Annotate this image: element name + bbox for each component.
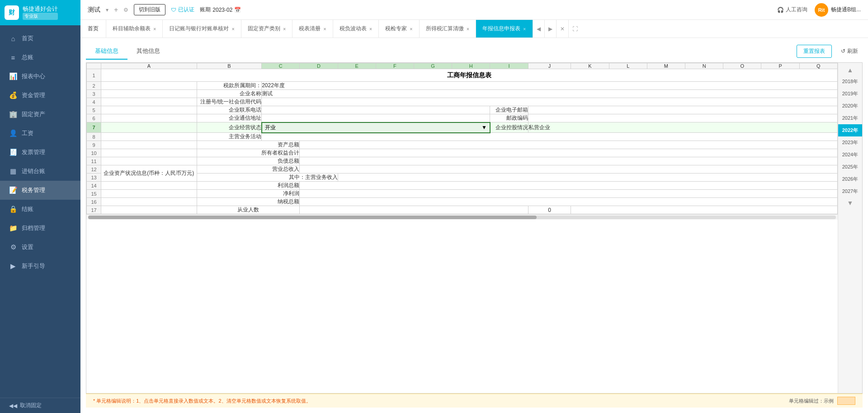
col-header-b[interactable]: B [197, 63, 262, 69]
sidebar-item-archive[interactable]: 📁 归档管理 [0, 219, 80, 238]
cell-15-a[interactable] [101, 190, 197, 198]
cell-17-d[interactable] [300, 206, 528, 214]
cell-6-c[interactable] [262, 114, 490, 122]
tab-prev-btn[interactable]: ◀ [533, 20, 545, 38]
cell-6-k[interactable] [528, 114, 837, 122]
sidebar-item-reports[interactable]: 📊 报表中心 [0, 67, 80, 86]
tab-home[interactable]: 首页 [80, 20, 106, 38]
cell-7-k[interactable]: 私营企业 [528, 122, 837, 133]
cell-13-e[interactable] [338, 174, 837, 182]
cell-7-c-dropdown[interactable]: 开业 ▼ [262, 122, 490, 133]
cell-3-a[interactable] [101, 90, 197, 98]
cell-8-c[interactable] [262, 133, 838, 141]
refresh-btn[interactable]: ↺ 刷新 [836, 45, 863, 57]
year-item-2019[interactable]: 2019年 [838, 88, 862, 100]
cell-4-c[interactable] [262, 98, 838, 106]
sub-tab-other[interactable]: 其他信息 [127, 43, 169, 60]
tab-next-btn[interactable]: ▶ [545, 20, 557, 38]
cell-2-c[interactable]: 2022年度 [262, 82, 838, 90]
col-header-d[interactable]: D [300, 63, 338, 69]
cell-12-d[interactable] [300, 165, 838, 174]
col-header-f[interactable]: F [376, 63, 414, 69]
cell-14-a[interactable] [101, 182, 197, 190]
tab-journal-bank[interactable]: 日记账与银行对账单核对 × [163, 20, 241, 38]
year-item-2025[interactable]: 2025年 [838, 161, 862, 173]
sidebar-item-settings[interactable]: ⚙ 设置 [0, 238, 80, 257]
col-header-i[interactable]: I [490, 63, 528, 69]
col-header-m[interactable]: M [647, 63, 685, 69]
tab-close-tax-fluctuation[interactable]: × [369, 26, 372, 32]
sidebar-item-close[interactable]: 🔒 结账 [0, 200, 80, 219]
year-item-2027[interactable]: 2027年 [838, 185, 862, 197]
sidebar-item-tax[interactable]: 📝 税务管理 [0, 181, 80, 200]
cell-16-d[interactable] [300, 198, 838, 206]
col-header-h[interactable]: H [452, 63, 490, 69]
user-menu[interactable]: Rit 畅捷通B组... [815, 3, 861, 17]
tab-aux-balance[interactable]: 科目辅助余额表 × [106, 20, 163, 38]
tab-annual-report[interactable]: 年报信息申报表 × [476, 20, 533, 38]
col-header-o[interactable]: O [723, 63, 761, 69]
cell-5-k[interactable] [528, 106, 837, 114]
reset-report-btn[interactable]: 重置报表 [797, 45, 832, 58]
sidebar-item-ledger[interactable]: ≡ 总账 [0, 48, 80, 67]
year-item-2021[interactable]: 2021年 [838, 112, 862, 124]
sidebar-item-invoice[interactable]: 🧾 发票管理 [0, 143, 80, 162]
sidebar-item-funds[interactable]: 💰 资金管理 [0, 86, 80, 105]
sub-tab-basic[interactable]: 基础信息 [86, 43, 127, 60]
tab-expand-btn[interactable]: ⛶ [569, 20, 581, 38]
scroll-thumb[interactable] [88, 216, 537, 219]
year-item-2018[interactable]: 2018年 [838, 75, 862, 88]
year-item-2023[interactable]: 2023年 [838, 136, 862, 149]
sidebar-item-guide[interactable]: ▶ 新手引导 [0, 257, 80, 276]
cell-3-c[interactable]: 测试 [262, 90, 838, 98]
cell-16-a[interactable] [101, 198, 197, 206]
cell-15-d[interactable] [300, 190, 838, 198]
cell-9-d[interactable] [300, 141, 838, 149]
cell-2-a[interactable] [101, 82, 197, 90]
cell-8-a[interactable] [101, 133, 197, 141]
year-nav-down-btn[interactable]: ▼ [838, 197, 862, 208]
tab-close-tax-expert[interactable]: × [410, 26, 412, 32]
horizontal-scrollbar[interactable] [86, 214, 838, 220]
topbar-settings-btn[interactable]: ⚙ [123, 7, 128, 13]
calendar-icon[interactable]: 📅 [234, 7, 241, 13]
cell-17-a[interactable] [101, 206, 197, 214]
sidebar-collapse-btn[interactable]: ◀◀ 取消固定 [0, 398, 80, 413]
topbar-dropdown-icon[interactable]: ▾ [106, 7, 108, 13]
cell-10-d[interactable] [300, 149, 838, 157]
cell-6-a[interactable] [101, 114, 197, 122]
tab-tax-forms[interactable]: 税表清册 × [292, 20, 333, 38]
switch-old-version-btn[interactable]: 切到旧版 [134, 4, 165, 15]
cell-4-a[interactable] [101, 98, 197, 106]
col-header-j[interactable]: J [528, 63, 571, 69]
year-item-2022[interactable]: 2022年 [838, 124, 862, 136]
sidebar-item-payroll[interactable]: 👤 工资 [0, 124, 80, 143]
cell-10-a[interactable] [101, 149, 197, 157]
sidebar-item-assets[interactable]: 🏢 固定资产 [0, 105, 80, 124]
tab-close-income-tax[interactable]: × [467, 26, 469, 32]
tab-tax-expert[interactable]: 税检专家 × [379, 20, 419, 38]
tab-income-tax[interactable]: 所得税汇算清缴 × [420, 20, 476, 38]
year-nav-up-btn[interactable]: ▲ [838, 65, 862, 75]
service-btn[interactable]: 🎧 人工咨询 [777, 6, 807, 14]
cell-7-a[interactable] [101, 122, 197, 133]
col-header-p[interactable]: P [761, 63, 799, 69]
col-header-n[interactable]: N [685, 63, 723, 69]
tab-close-annual-report[interactable]: × [523, 26, 526, 32]
tab-fixed-assets-cat[interactable]: 固定资产类别 × [241, 20, 292, 38]
cell-11-d[interactable] [300, 157, 838, 165]
year-item-2024[interactable]: 2024年 [838, 149, 862, 161]
sidebar-item-home[interactable]: ⌂ 首页 [0, 29, 80, 48]
col-header-c[interactable]: C [262, 63, 300, 69]
col-header-a[interactable]: A [101, 63, 197, 69]
col-header-k[interactable]: K [571, 63, 609, 69]
cell-17-j[interactable]: 0 [528, 206, 571, 214]
cell-11-a[interactable] [101, 157, 197, 165]
sidebar-item-inventory[interactable]: ▦ 进销台账 [0, 162, 80, 181]
year-item-2026[interactable]: 2026年 [838, 173, 862, 185]
cell-title[interactable]: 工商年报信息表 [101, 69, 838, 82]
tab-tax-fluctuation[interactable]: 税负波动表 × [333, 20, 379, 38]
tab-close-tax-forms[interactable]: × [323, 26, 326, 32]
cell-5-c[interactable] [262, 106, 490, 114]
year-item-2020[interactable]: 2020年 [838, 100, 862, 112]
